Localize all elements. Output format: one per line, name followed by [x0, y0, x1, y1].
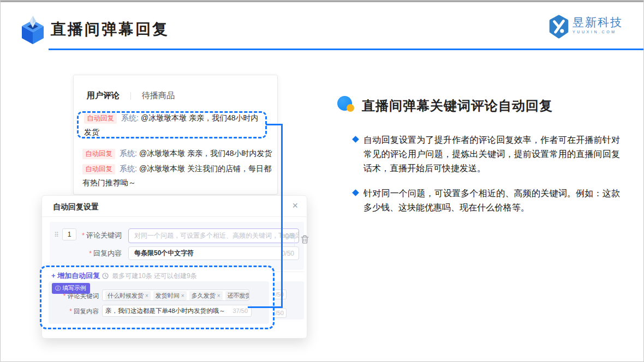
tab-user-comments[interactable]: 用户评论	[87, 90, 120, 101]
example-reply-label: *回复内容	[55, 307, 99, 316]
keyword-tag-label: 什么时候发货	[108, 292, 144, 300]
brand-logo: 昱新科技 YUUXIN.COM	[546, 15, 634, 41]
example-reply-value: 亲，我们这边都是下单48小时内发货的哦～	[105, 307, 225, 315]
window-top-border	[1, 1, 644, 2]
brand-name: 昱新科技	[573, 16, 623, 29]
example-keyword-counter: 20/50	[230, 292, 246, 299]
auto-reply-badge: 自动回复	[82, 149, 115, 159]
delete-rule-icon[interactable]	[301, 235, 309, 244]
comment-sender: 系统:	[120, 149, 137, 158]
required-mark: *	[89, 250, 92, 257]
bullet-diamond-icon	[352, 189, 359, 196]
comment-row: 自动回复系统:@冰墩墩本墩 亲亲，我们48小时内发货	[82, 146, 273, 160]
remove-tag-icon[interactable]: ×	[217, 293, 220, 299]
brand-hexagon-icon	[547, 15, 570, 39]
keyword-tag: 发货时间×	[153, 291, 187, 300]
keyword-field-label: *评论关键词	[71, 231, 122, 240]
modal-header-divider	[42, 216, 307, 217]
comment-sender: 系统:	[121, 113, 139, 122]
reply-field-label: *回复内容	[71, 249, 122, 258]
page-title: 直播间弹幕回复	[51, 19, 169, 40]
feature-icon	[337, 96, 356, 113]
required-mark: *	[63, 292, 66, 300]
reply-placeholder: 每条限50个中文字符	[134, 249, 194, 258]
brand-domain: YUUXIN.COM	[573, 30, 623, 34]
add-auto-reply-row: + 增加自动回复 最多可建10条 还可以创建9条	[51, 271, 197, 281]
reply-input[interactable]: 每条限50个中文字符 0/50	[128, 246, 299, 260]
keyword-tag-label: 多久发货	[192, 292, 216, 300]
auto-reply-badge: 自动回复	[84, 113, 117, 124]
required-mark: *	[82, 232, 85, 239]
remove-tag-icon[interactable]: ×	[145, 293, 148, 299]
keyword-counter: 0/5	[285, 232, 294, 240]
comment-text: @冰墩墩本墩 亲亲，我们48小时内发货	[139, 149, 272, 158]
comment-sender: 系统:	[120, 164, 137, 173]
fill-example-panel: ⓘ填写示例 *评论关键词 什么时候发货×发货时间×多久发货×还不发货× 20/5…	[49, 281, 269, 324]
tab-pending-products[interactable]: 待播商品	[142, 90, 175, 101]
quota-text: 最多可建10条 还可以创建9条	[112, 272, 196, 281]
keyword-tag: 多久发货×	[189, 291, 223, 300]
feature-heading: 直播间弹幕关键词评论自动回复	[362, 97, 553, 114]
required-mark: *	[69, 307, 72, 315]
connector-line	[248, 306, 283, 308]
example-reply-input[interactable]: 亲，我们这边都是下单48小时内发货的哦～ 37/50	[102, 305, 252, 317]
header-divider	[49, 49, 643, 50]
feature-bullet: 自动回复设置为了提升作者的评论回复效率，作者可在开播前针对常见的评论用户问题，提…	[363, 133, 620, 176]
comment-tabs: 用户评论 待播商品	[87, 90, 175, 101]
keyword-input[interactable]: 对同一个问题，可设置多个相近、高频的关键词，Tag确定，最多5个 0/5	[128, 228, 299, 243]
feature-bullet: 针对同一个问题，可设置多个相近的、高频的关键词。例如：这款多少钱、这块能优惠吗、…	[363, 186, 620, 215]
highlighted-comment-box: 自动回复系统:@冰墩墩本墩 亲亲，我们48小时内发货	[77, 111, 267, 138]
drag-handle-icon[interactable]: ⠿	[54, 231, 59, 239]
example-keyword-input[interactable]: 什么时候发货×发货时间×多久发货×还不发货× 20/50	[102, 289, 249, 301]
keyword-tag: 什么时候发货×	[105, 291, 151, 300]
example-reply-counter: 37/50	[232, 307, 248, 314]
modal-title: 自动回复设置	[53, 202, 99, 212]
info-icon: ⓘ	[55, 285, 61, 291]
reply-counter: 0/50	[282, 250, 294, 257]
comment-row: 自动回复系统:@冰墩墩本墩 亲亲，我们48小时内发货	[84, 111, 265, 139]
example-keyword-tags: 什么时候发货×发货时间×多久发货×还不发货×	[105, 290, 249, 300]
connector-line	[281, 124, 283, 308]
close-icon[interactable]: ×	[292, 200, 298, 212]
connector-line	[266, 124, 283, 125]
example-highlight-box: + 增加自动回复 最多可建10条 还可以创建9条 ⓘ填写示例 *评论关键词 什么…	[40, 266, 275, 329]
app-cube-icon	[20, 16, 45, 44]
yellow-circle-icon	[347, 104, 354, 112]
tab-divider	[130, 92, 131, 100]
keyword-tag-label: 发货时间	[156, 292, 180, 300]
example-keyword-label: *评论关键词	[55, 292, 99, 300]
clock-icon	[102, 273, 109, 279]
reply-rule-group: ⠿ 1 *评论关键词 对同一个问题，可设置多个相近、高频的关键词，Tag确定，最…	[50, 222, 304, 270]
action-divider	[294, 233, 295, 247]
live-comment-panel: 用户评论 待播商品 自动回复系统:@冰墩墩本墩 亲亲，我们48小时内发货 自动回…	[73, 75, 278, 195]
keyword-placeholder: 对同一个问题，可设置多个相近、高频的关键词，Tag确定，最多5个	[134, 231, 299, 240]
bullet-diamond-icon	[352, 136, 359, 143]
add-auto-reply-button[interactable]: + 增加自动回复	[51, 271, 100, 281]
remove-tag-icon[interactable]: ×	[181, 293, 184, 299]
auto-reply-badge: 自动回复	[82, 164, 115, 174]
comment-row: 自动回复系统:@冰墩墩本墩 关注我们的店铺，每日都有热门推荐呦～	[82, 161, 273, 190]
